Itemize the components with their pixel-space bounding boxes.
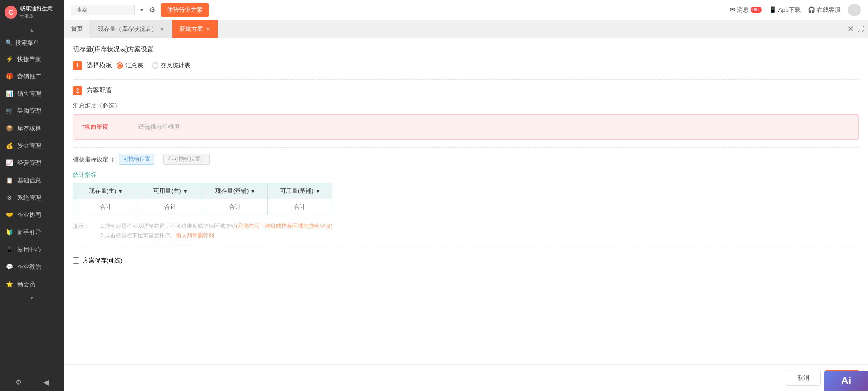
- user-avatar[interactable]: [848, 4, 861, 16]
- stats-col-3-label: 现存量(基辅): [215, 187, 249, 195]
- stats-title: 统计指标: [73, 171, 859, 179]
- sidebar-bottom: ⚙ ◀: [0, 373, 64, 391]
- cooperation-icon: 🤝: [5, 211, 14, 219]
- footer-save: 方案保存(可选): [73, 257, 859, 265]
- indicator-settings-row: 模板指标设定（ 可拖动位置 不可拖动位置）: [73, 154, 859, 165]
- sidebar-item-label: 畅会员: [17, 280, 35, 288]
- tab-home-label: 首页: [71, 25, 83, 33]
- tab-inventory-close[interactable]: ✕: [160, 26, 164, 32]
- dimension-placeholder[interactable]: 请选择分组维度: [138, 123, 180, 131]
- topbar: ▾ ⚙ 体验行业方案 ✉ 消息 99+ 📱 App下载 🎧 在线客服: [64, 0, 868, 20]
- tab-home[interactable]: 首页: [64, 20, 91, 38]
- sidebar-item-label: 企业微信: [17, 263, 41, 271]
- radio-summary[interactable]: 汇总表: [117, 62, 143, 70]
- radio-summary-circle: [117, 62, 123, 69]
- divider-2: [73, 147, 859, 148]
- tab-new-plan-label: 新建方案: [179, 25, 203, 33]
- tip-2-highlight: 插入列和删除列: [176, 232, 214, 239]
- sidebar-search[interactable]: 🔍 搜索菜单: [0, 35, 64, 51]
- sidebar-item-inventory[interactable]: 📦 库存核算: [0, 120, 64, 137]
- sidebar-item-finance[interactable]: 💰 资金管理: [0, 137, 64, 154]
- tab-new-plan-close[interactable]: ✕: [206, 26, 210, 32]
- logo-sub: 标准版: [20, 13, 53, 19]
- radio-summary-inner: [118, 64, 122, 67]
- topbar-message[interactable]: ✉ 消息 99+: [730, 6, 762, 14]
- sidebar-item-app-center[interactable]: 📱 应用中心: [0, 241, 64, 258]
- sidebar-item-quick-nav[interactable]: ⚡ 快捷导航: [0, 51, 64, 68]
- basic-info-icon: 📋: [5, 176, 14, 185]
- topbar-search-input[interactable]: [71, 5, 135, 15]
- stats-col-4[interactable]: 可用量(基辅) ▾: [268, 183, 332, 199]
- sidebar-item-label: 基础信息: [17, 176, 41, 185]
- sidebar-scroll-up[interactable]: ▲: [0, 25, 64, 35]
- message-label: 消息: [737, 6, 749, 14]
- stats-col-2-label: 可用量(主): [153, 187, 181, 195]
- sidebar: C 畅康通好生意 标准版 ▲ 🔍 搜索菜单 ⚡ 快捷导航 🎁 营销推广 📊 销售…: [0, 0, 64, 391]
- logo-name: 畅康通好生意: [20, 5, 53, 13]
- section1-header: 1 选择模板 汇总表 交叉统计表: [73, 61, 859, 70]
- tab-inventory-status[interactable]: 现存量（库存状况表） ✕: [91, 20, 172, 38]
- tip-1-highlight: (只能在同一维度或指标区域内拖动字段): [236, 223, 332, 229]
- sidebar-item-system[interactable]: ⚙ 系统管理: [0, 189, 64, 206]
- stats-cell-4: 合计: [268, 199, 332, 215]
- ai-badge[interactable]: Ai: [824, 371, 868, 391]
- topbar-online-service[interactable]: 🎧 在线客服: [808, 6, 841, 14]
- sidebar-item-label: 企业协同: [17, 211, 41, 219]
- content-area: 现存量(库存状况表)方案设置 1 选择模板 汇总表 交叉统计表: [64, 38, 868, 364]
- sidebar-item-label: 销售管理: [17, 90, 41, 98]
- section2-num: 2: [73, 86, 82, 95]
- sales-icon: 📊: [5, 90, 14, 98]
- page-title: 现存量(库存状况表)方案设置: [73, 46, 859, 54]
- stats-col-1[interactable]: 现存量(主) ▾: [73, 183, 138, 199]
- tab-new-plan[interactable]: 新建方案 ✕: [172, 20, 218, 38]
- sidebar-item-new-guide[interactable]: 🔰 新手引导: [0, 224, 64, 241]
- inventory-icon: 📦: [5, 124, 14, 133]
- new-guide-icon: 🔰: [5, 228, 14, 237]
- sidebar-item-label: 资金管理: [17, 142, 41, 150]
- dropdown-arrow-icon[interactable]: ▾: [140, 6, 143, 13]
- save-option-label: 方案保存(可选): [83, 257, 123, 265]
- section2-title: 方案配置: [87, 87, 112, 95]
- collapse-icon[interactable]: ◀: [43, 378, 49, 386]
- tip-1: 提示： 1.拖动标题栏可以调整布局，不可跨维度或指标区域拖动(只能在同一维度或指…: [73, 222, 859, 230]
- sidebar-item-member[interactable]: ⭐ 畅会员: [0, 276, 64, 293]
- member-icon: ⭐: [5, 280, 14, 288]
- headset-icon: 🎧: [808, 6, 815, 13]
- stats-col-1-arrow: ▾: [119, 188, 122, 195]
- trial-btn[interactable]: 体验行业方案: [161, 3, 209, 17]
- tab-inventory-label: 现存量（库存状况表）: [98, 25, 157, 33]
- radio-cross[interactable]: 交叉统计表: [152, 62, 190, 70]
- cancel-button[interactable]: 取消: [786, 370, 821, 386]
- sidebar-item-label: 经营管理: [17, 159, 41, 167]
- sidebar-search-label: 搜索菜单: [15, 39, 39, 47]
- stats-col-3[interactable]: 现存量(基辅) ▾: [203, 183, 268, 199]
- sidebar-item-label: 采购管理: [17, 107, 41, 115]
- sidebar-scroll-down[interactable]: ▼: [0, 293, 64, 303]
- sidebar-item-operations[interactable]: 📈 经营管理: [0, 154, 64, 172]
- marketing-icon: 🎁: [5, 72, 14, 81]
- message-badge: 99+: [751, 7, 762, 13]
- sidebar-item-marketing[interactable]: 🎁 营销推广: [0, 68, 64, 85]
- stats-body-row: 合计 合计 合计 合计: [73, 199, 332, 215]
- topbar-settings-icon[interactable]: ⚙: [149, 5, 155, 14]
- dimension-row: *纵向维度 —— 请选择分组维度: [82, 123, 849, 131]
- divider-1: [73, 79, 859, 80]
- message-icon: ✉: [730, 6, 735, 13]
- sidebar-item-purchase[interactable]: 🛒 采购管理: [0, 103, 64, 120]
- sidebar-item-label: 营销推广: [17, 72, 41, 81]
- stats-col-2[interactable]: 可用量(主) ▾: [138, 183, 203, 199]
- sidebar-item-basic-info[interactable]: 📋 基础信息: [0, 172, 64, 189]
- tab-bar-close-icon[interactable]: ✕: [848, 25, 853, 33]
- vertical-dim-label: *纵向维度: [82, 123, 108, 131]
- sidebar-item-cooperation[interactable]: 🤝 企业协同: [0, 206, 64, 224]
- topbar-right: ✉ 消息 99+ 📱 App下载 🎧 在线客服: [730, 4, 861, 16]
- sidebar-item-sales[interactable]: 📊 销售管理: [0, 85, 64, 103]
- section-config: 2 方案配置 汇总维度（必选） *纵向维度 —— 请选择分组维度 模板指标设定（…: [73, 86, 859, 265]
- tab-bar-expand-icon[interactable]: ⛶: [857, 25, 864, 33]
- topbar-app-download[interactable]: 📱 App下载: [769, 6, 801, 14]
- save-checkbox[interactable]: [73, 257, 79, 264]
- tips-area: 提示： 1.拖动标题栏可以调整布局，不可跨维度或指标区域拖动(只能在同一维度或指…: [73, 222, 859, 240]
- sidebar-item-wechat[interactable]: 💬 企业微信: [0, 258, 64, 276]
- settings-icon[interactable]: ⚙: [15, 378, 22, 386]
- operations-icon: 📈: [5, 159, 14, 167]
